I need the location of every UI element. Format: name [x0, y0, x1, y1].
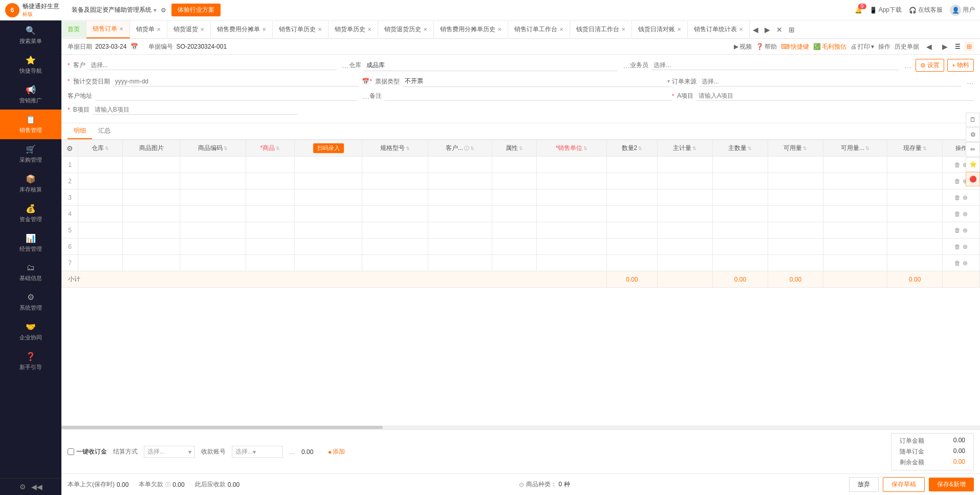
delete-row-3-icon[interactable]: 🗑 [954, 194, 961, 201]
address-more-icon[interactable]: … [362, 92, 369, 100]
tab-expense-history[interactable]: 销售费用分摊单历史 ✕ [434, 21, 508, 38]
notification-bell[interactable]: 🔔 9 [855, 7, 862, 14]
tab-sales-order[interactable]: 销售订单 ✕ [86, 20, 130, 38]
copy-row-7-icon[interactable]: ⊕ [963, 260, 968, 267]
sidebar-item-operations[interactable]: 📊 经营管理 [0, 228, 61, 258]
row-2-main-qty[interactable] [712, 173, 768, 189]
copy-row-5-icon[interactable]: ⊕ [963, 227, 968, 234]
history-link[interactable]: 历史单据 [895, 42, 919, 51]
video-link[interactable]: ▶ 视频 [734, 42, 752, 51]
add-payment-button[interactable]: ● 添加 [328, 447, 345, 456]
row-1-main-qty[interactable] [712, 157, 768, 173]
help-link[interactable]: ❓ 帮助 [756, 42, 777, 51]
quick-settle-checkbox[interactable]: 一键收订金 [68, 447, 107, 456]
scroll-track[interactable] [61, 426, 383, 429]
float-btn-3[interactable]: ✏ [966, 142, 980, 157]
record-prev-btn[interactable]: ◀ [923, 42, 935, 51]
add-material-button[interactable]: + 物料 [947, 59, 974, 72]
col-settings-icon[interactable]: ⚙ [67, 144, 73, 153]
settings-button[interactable]: ⚙ 设置 [916, 59, 944, 72]
tab-sales-return[interactable]: 销货退货 ✕ [167, 21, 211, 38]
tab-close-return[interactable]: ✕ [200, 27, 204, 32]
row-2-qty2[interactable] [606, 173, 657, 189]
industry-button[interactable]: 体验行业方案 [171, 4, 221, 16]
sidebar-item-shortcuts[interactable]: ⭐ 快捷导航 [0, 50, 61, 80]
remark-input[interactable] [385, 91, 671, 101]
tab-close-expense[interactable]: ✕ [262, 27, 266, 32]
tab-close-all-btn[interactable]: ✕ [773, 26, 786, 34]
copy-row-6-icon[interactable]: ⊕ [963, 243, 968, 250]
sidebar-item-finance[interactable]: 💰 资金管理 [0, 199, 61, 228]
customer-input[interactable] [89, 60, 337, 70]
sidebar-item-search[interactable]: 🔍 搜索菜单 [0, 20, 61, 50]
tab-expense-split[interactable]: 销售费用分摊单 ✕ [211, 21, 273, 38]
invoice-type-select[interactable]: 不开票 ▾ [403, 76, 672, 87]
row-3-customer-code[interactable] [428, 189, 492, 206]
row-2-spec[interactable] [362, 173, 428, 189]
record-next-btn[interactable]: ▶ [939, 42, 951, 51]
operations-link[interactable]: 操作 [878, 42, 890, 51]
row-3-qty2[interactable] [606, 189, 657, 206]
row-3-unit[interactable] [537, 189, 607, 206]
scan-button[interactable]: 扫码录入 [313, 143, 344, 153]
row-1-spec[interactable] [362, 157, 428, 173]
sidebar-item-system[interactable]: ⚙ 系统管理 [0, 287, 61, 317]
float-btn-2[interactable]: ⚙ [966, 127, 980, 142]
tab-close-expense-history[interactable]: ✕ [497, 27, 502, 32]
order-source-more-icon[interactable]: … [967, 77, 974, 85]
tab-close-return-history[interactable]: ✕ [423, 27, 427, 32]
tab-cash-workbench[interactable]: 钱货日清工作台 ✕ [570, 21, 632, 38]
tab-prev-btn[interactable]: ◀ [750, 26, 761, 34]
warehouse-more-icon[interactable]: … [623, 61, 630, 70]
sidebar-item-purchase[interactable]: 🛒 采购管理 [0, 139, 61, 169]
row-3-product[interactable] [246, 189, 294, 206]
delete-row-6-icon[interactable]: 🗑 [954, 243, 961, 250]
salesperson-more-icon[interactable]: … [904, 61, 911, 70]
tab-close-order-history[interactable]: ✕ [318, 27, 322, 32]
copy-row-3-icon[interactable]: ⊕ [963, 194, 968, 201]
payment-more-icon[interactable]: … [289, 448, 295, 456]
list-view-icon[interactable]: ☰ [955, 43, 961, 50]
tab-order-stats[interactable]: 销售订单统计表 ✕ [688, 21, 750, 38]
tab-close-cash-reconcile[interactable]: ✕ [677, 27, 681, 32]
date-picker-icon[interactable]: 📅 [362, 78, 369, 85]
sidebar-collapse-icon[interactable]: ◀◀ [31, 483, 42, 491]
row-3-main-qty[interactable] [712, 189, 768, 206]
copy-row-4-icon[interactable]: ⊕ [963, 210, 968, 218]
row-1-customer-code[interactable] [428, 157, 492, 173]
quick-settle-input[interactable] [68, 448, 74, 455]
tab-close-invoice[interactable]: ✕ [157, 27, 161, 32]
row-1-unit[interactable] [537, 157, 607, 173]
float-btn-4[interactable]: ⭐ [966, 157, 980, 171]
row-2-unit[interactable] [537, 173, 607, 189]
tab-close-order-workbench[interactable]: ✕ [559, 27, 563, 32]
tab-more-btn[interactable]: ⊞ [786, 26, 798, 34]
row-3-spec[interactable] [362, 189, 428, 206]
save-new-button[interactable]: 保存&新增 [929, 478, 974, 491]
settle-method-select[interactable]: 选择... ▾ [144, 446, 195, 458]
row-2-customer-code[interactable] [428, 173, 492, 189]
row-1-qty2[interactable] [606, 157, 657, 173]
calendar-icon[interactable]: 📅 [130, 43, 138, 50]
sidebar-item-sales[interactable]: 📋 销售管理 [0, 110, 61, 139]
row-3-warehouse[interactable] [78, 189, 123, 206]
tab-sales-invoice[interactable]: 销货单 ✕ [130, 21, 167, 38]
row-1-product[interactable] [246, 157, 294, 173]
col-settings[interactable]: ⚙ [62, 140, 78, 157]
tab-close-order-stats[interactable]: ✕ [739, 27, 743, 32]
user-avatar[interactable]: 👤 用户 [950, 5, 975, 16]
save-draft-button[interactable]: 保存草稿 [883, 477, 925, 492]
address-input[interactable] [95, 91, 357, 101]
chevron-down-icon[interactable]: ▾ [154, 7, 157, 14]
tab-close-invoice-history[interactable]: ✕ [367, 27, 372, 32]
row-4-warehouse[interactable] [78, 206, 123, 222]
delete-row-4-icon[interactable]: 🗑 [954, 210, 961, 218]
delivery-date-input[interactable] [113, 77, 359, 87]
delete-row-7-icon[interactable]: 🗑 [954, 260, 961, 267]
b-project-input[interactable] [93, 105, 297, 115]
bank-account-select[interactable]: 选择... ▾ [232, 446, 283, 458]
tab-order-workbench[interactable]: 销售订单工作台 ✕ [508, 21, 570, 38]
app-download-link[interactable]: 📱 App下载 [869, 6, 902, 14]
float-btn-5[interactable]: 🔴 [966, 172, 980, 186]
float-btn-1[interactable]: 🗒 [966, 113, 980, 127]
